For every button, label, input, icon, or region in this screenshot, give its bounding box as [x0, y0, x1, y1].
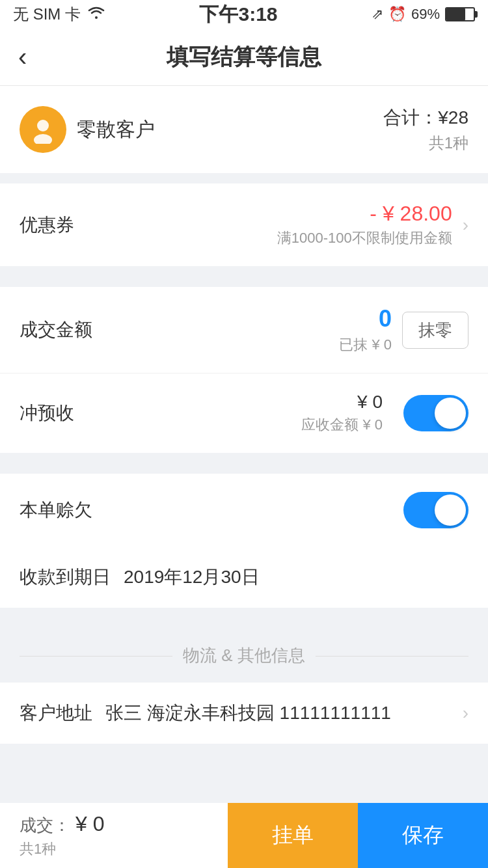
customer-avatar: [20, 106, 66, 153]
prepaid-sub: 应收金额 ¥ 0: [301, 415, 383, 435]
location-icon: ⇗: [372, 6, 383, 23]
bottom-deal-amount: ¥ 0: [75, 812, 104, 836]
debt-row: 本单赊欠: [0, 474, 488, 547]
deal-amount-sub: 已抹 ¥ 0: [339, 335, 392, 355]
debt-toggle[interactable]: [403, 492, 468, 528]
bottom-count: 共1种: [20, 839, 208, 859]
bottom-bar: 成交： ¥ 0 共1种 挂单 保存: [0, 803, 488, 868]
deal-amount-content: 0 已抹 ¥ 0: [339, 305, 392, 355]
address-card: 客户地址 张三 海淀永丰科技园 11111111111 ›: [0, 683, 488, 744]
coupon-label: 优惠券: [20, 213, 74, 237]
coupon-discount: - ¥ 28.00: [277, 202, 452, 226]
save-button[interactable]: 保存: [358, 803, 488, 868]
svg-point-1: [34, 134, 52, 144]
status-bar-left: 无 SIM 卡: [13, 4, 105, 25]
round-zero-button[interactable]: 抹零: [402, 312, 468, 349]
wifi-icon: [87, 5, 105, 23]
address-label: 客户地址: [20, 701, 92, 726]
chevron-right-icon: ›: [463, 215, 468, 236]
debt-card: 本单赊欠 收款到期日 2019年12月30日: [0, 474, 488, 608]
due-date-row[interactable]: 收款到期日 2019年12月30日: [0, 547, 488, 608]
customer-count: 共1种: [383, 133, 468, 154]
customer-total: 合计：¥28: [383, 105, 468, 130]
debt-label: 本单赊欠: [20, 498, 92, 522]
coupon-right: - ¥ 28.00 满1000-100不限制使用金额 ›: [277, 202, 468, 248]
due-date-label: 收款到期日: [20, 565, 111, 590]
prepaid-label: 冲预收: [20, 401, 74, 426]
coupon-card: 优惠券 - ¥ 28.00 满1000-100不限制使用金额 ›: [0, 183, 488, 266]
deal-amount-right: 0 已抹 ¥ 0 抹零: [339, 305, 468, 355]
status-bar-right: ⇗ ⏰ 69%: [372, 6, 475, 23]
bottom-deal-label: 成交：: [20, 814, 70, 837]
prepaid-row: 冲预收 ¥ 0 应收金额 ¥ 0: [0, 373, 488, 453]
due-date-value: 2019年12月30日: [124, 565, 260, 590]
main-content: 零散客户 合计：¥28 共1种 优惠券 - ¥ 28.00 满1000-100不…: [0, 86, 488, 832]
address-value: 张三 海淀永丰科技园 11111111111: [105, 701, 463, 726]
prepaid-right: ¥ 0 应收金额 ¥ 0: [301, 392, 468, 435]
debt-toggle-knob: [435, 495, 466, 526]
back-button[interactable]: ‹: [18, 42, 27, 72]
svg-point-0: [37, 120, 49, 131]
prepaid-info: ¥ 0 应收金额 ¥ 0: [301, 392, 383, 435]
customer-name: 零散客户: [77, 116, 155, 143]
deal-amount-card: 成交金额 0 已抹 ¥ 0 抹零 冲预收 ¥ 0 应收金额 ¥ 0: [0, 287, 488, 453]
page-title: 填写结算等信息: [167, 42, 321, 72]
prepaid-toggle[interactable]: [403, 395, 468, 431]
coupon-desc: 满1000-100不限制使用金额: [277, 228, 452, 248]
section-divider-1: [0, 277, 488, 287]
deal-amount-label: 成交金额: [20, 318, 92, 342]
customer-row[interactable]: 零散客户 合计：¥28 共1种: [0, 86, 488, 173]
avatar-icon: [29, 115, 57, 144]
toggle-knob: [435, 398, 466, 429]
bottom-summary: 成交： ¥ 0 共1种: [0, 812, 228, 859]
address-row[interactable]: 客户地址 张三 海淀永丰科技园 11111111111 ›: [0, 683, 488, 744]
pending-button[interactable]: 挂单: [228, 803, 358, 868]
battery-percent: 69%: [411, 6, 440, 23]
section-divider-3: [0, 618, 488, 629]
alarm-icon: ⏰: [388, 6, 406, 23]
address-chevron-icon: ›: [463, 703, 468, 724]
bottom-deal: 成交： ¥ 0: [20, 812, 208, 837]
coupon-content: - ¥ 28.00 满1000-100不限制使用金额: [277, 202, 452, 248]
network-label: 无 SIM 卡: [13, 4, 81, 25]
deal-amount-value[interactable]: 0: [339, 305, 392, 332]
status-bar: 无 SIM 卡 下午3:18 ⇗ ⏰ 69%: [0, 0, 488, 29]
customer-left: 零散客户: [20, 106, 155, 153]
prepaid-amount: ¥ 0: [301, 392, 383, 413]
customer-right: 合计：¥28 共1种: [383, 105, 468, 154]
battery-icon: [445, 7, 475, 21]
section-divider-2: [0, 463, 488, 474]
deal-amount-row: 成交金额 0 已抹 ¥ 0 抹零: [0, 287, 488, 373]
coupon-row[interactable]: 优惠券 - ¥ 28.00 满1000-100不限制使用金额 ›: [0, 183, 488, 266]
logistics-header: 物流 & 其他信息: [0, 629, 488, 683]
logistics-title: 物流 & 其他信息: [172, 644, 316, 667]
nav-bar: ‹ 填写结算等信息: [0, 29, 488, 86]
status-time: 下午3:18: [199, 1, 277, 28]
